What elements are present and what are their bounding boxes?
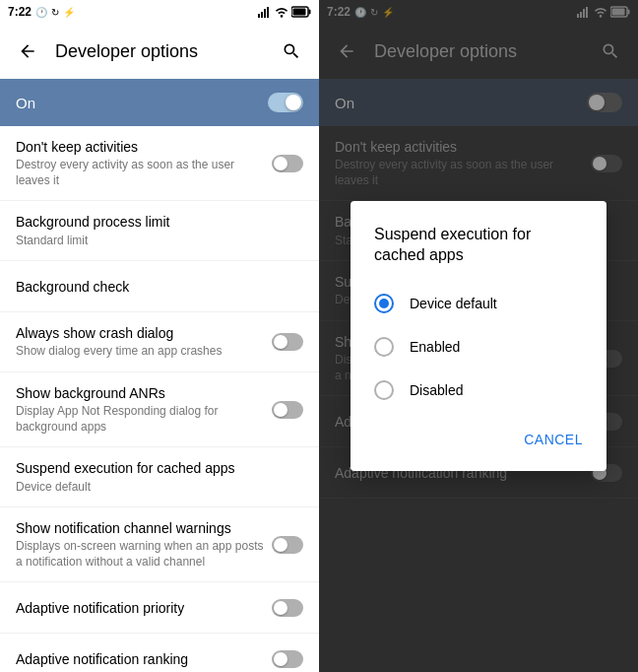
dialog-option-label-disabled: Disabled bbox=[410, 382, 463, 398]
toggle-adaptive-ranking[interactable] bbox=[272, 650, 303, 668]
status-left: 7:22 🕐 ↻ ⚡ bbox=[8, 5, 75, 19]
search-button-left[interactable] bbox=[272, 32, 311, 71]
dialog-overlay: Suspend execution for cached apps Device… bbox=[319, 0, 638, 672]
setting-subtitle: Show dialog every time an app crashes bbox=[16, 344, 264, 360]
dialog-option-label-device-default: Device default bbox=[410, 296, 497, 311]
signal-icon bbox=[258, 6, 272, 18]
setting-title: Show background ANRs bbox=[16, 384, 264, 402]
toggle-crash-dialog[interactable] bbox=[272, 333, 303, 351]
on-label-left: On bbox=[16, 95, 35, 111]
toggle-adaptive-priority[interactable] bbox=[272, 599, 303, 617]
setting-adaptive-notification-priority[interactable]: Adaptive notification priority bbox=[0, 582, 319, 634]
setting-title: Background check bbox=[16, 278, 295, 296]
status-bar-left: 7:22 🕐 ↻ ⚡ bbox=[0, 0, 319, 24]
main-toggle-left[interactable] bbox=[268, 93, 303, 112]
svg-rect-0 bbox=[258, 14, 260, 18]
back-button-left[interactable] bbox=[8, 32, 47, 71]
setting-title: Background process limit bbox=[16, 213, 295, 231]
svg-rect-1 bbox=[261, 12, 263, 18]
radio-enabled[interactable] bbox=[374, 337, 394, 357]
setting-subtitle: Display App Not Responding dialog for ba… bbox=[16, 404, 264, 435]
setting-title: Adaptive notification priority bbox=[16, 599, 264, 617]
setting-title: Suspend execution for cached apps bbox=[16, 459, 295, 477]
refresh-icon: ↻ bbox=[51, 7, 59, 18]
setting-background-process-limit[interactable]: Background process limit Standard limit bbox=[0, 201, 319, 261]
svg-rect-2 bbox=[264, 9, 266, 18]
setting-title: Always show crash dialog bbox=[16, 324, 264, 342]
suspend-execution-dialog: Suspend execution for cached apps Device… bbox=[351, 201, 606, 471]
setting-always-show-crash[interactable]: Always show crash dialog Show dialog eve… bbox=[0, 312, 319, 372]
bolt-icon: ⚡ bbox=[63, 7, 75, 18]
battery-icon bbox=[291, 6, 311, 18]
setting-subtitle: Standard limit bbox=[16, 234, 295, 249]
toggle-notification-channel[interactable] bbox=[272, 536, 303, 554]
setting-suspend-execution[interactable]: Suspend execution for cached apps Device… bbox=[0, 447, 319, 507]
cancel-button[interactable]: Cancel bbox=[508, 424, 599, 455]
clock-icon: 🕐 bbox=[35, 7, 47, 18]
app-bar-left: Developer options bbox=[0, 24, 319, 79]
setting-background-check[interactable]: Background check bbox=[0, 261, 319, 312]
page-title-left: Developer options bbox=[55, 41, 264, 62]
dialog-option-disabled[interactable]: Disabled bbox=[351, 369, 606, 412]
setting-subtitle: Destroy every activity as soon as the us… bbox=[16, 158, 264, 188]
toggle-dont-keep[interactable] bbox=[272, 155, 303, 172]
svg-rect-5 bbox=[309, 10, 311, 15]
settings-list-left: Don't keep activities Destroy every acti… bbox=[0, 126, 319, 672]
svg-rect-3 bbox=[267, 7, 269, 18]
status-right-left bbox=[258, 6, 311, 18]
setting-subtitle: Displays on-screen warning when an app p… bbox=[16, 539, 264, 570]
dialog-option-label-enabled: Enabled bbox=[410, 339, 460, 355]
setting-adaptive-notification-ranking[interactable]: Adaptive notification ranking bbox=[0, 634, 319, 672]
svg-rect-6 bbox=[293, 9, 306, 16]
dialog-actions: Cancel bbox=[351, 416, 606, 463]
dialog-option-enabled[interactable]: Enabled bbox=[351, 325, 606, 369]
right-panel: 7:22 🕐 ↻ ⚡ Developer options On Don't ke… bbox=[319, 0, 638, 672]
toggle-anrs[interactable] bbox=[272, 401, 303, 419]
setting-title: Adaptive notification ranking bbox=[16, 650, 264, 668]
setting-title: Show notification channel warnings bbox=[16, 519, 264, 537]
setting-dont-keep-activities[interactable]: Don't keep activities Destroy every acti… bbox=[0, 126, 319, 201]
setting-title: Don't keep activities bbox=[16, 138, 264, 156]
setting-notification-channel[interactable]: Show notification channel warnings Displ… bbox=[0, 507, 319, 582]
status-time-left: 7:22 bbox=[8, 5, 32, 19]
on-off-row-left[interactable]: On bbox=[0, 79, 319, 126]
dialog-option-device-default[interactable]: Device default bbox=[351, 282, 606, 325]
radio-device-default[interactable] bbox=[374, 294, 394, 313]
radio-disabled[interactable] bbox=[374, 380, 394, 400]
dialog-title: Suspend execution for cached apps bbox=[351, 225, 606, 282]
setting-subtitle: Device default bbox=[16, 480, 295, 496]
left-panel: 7:22 🕐 ↻ ⚡ Developer options On Don't ke… bbox=[0, 0, 319, 672]
setting-show-background-anrs[interactable]: Show background ANRs Display App Not Res… bbox=[0, 372, 319, 447]
wifi-icon bbox=[275, 6, 288, 18]
